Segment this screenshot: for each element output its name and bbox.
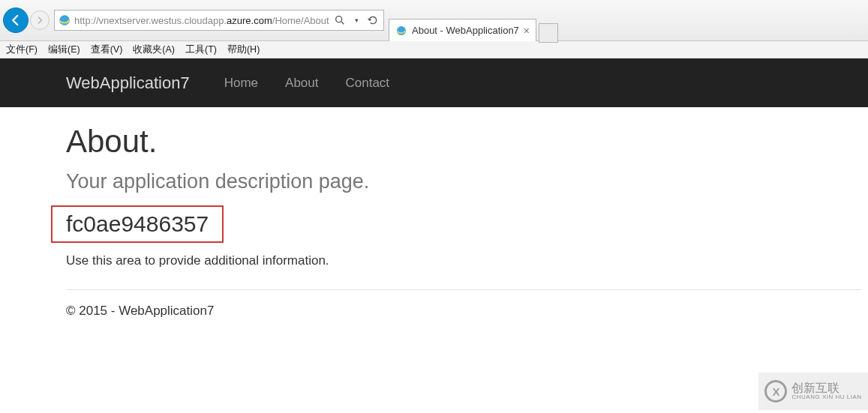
new-tab-button[interactable] [539,23,558,43]
site-navbar: WebApplication7 Home About Contact [0,58,868,107]
menu-tools[interactable]: 工具(T) [185,43,217,56]
url-prefix: http://vnextserver.westus.cloudapp. [74,15,227,26]
brand[interactable]: WebApplication7 [66,73,190,93]
address-bar[interactable]: http://vnextserver.westus.cloudapp.azure… [54,10,384,31]
refresh-icon[interactable] [367,14,379,26]
browser-toolbar: http://vnextserver.westus.cloudapp.azure… [0,0,868,41]
menu-view[interactable]: 查看(V) [91,43,123,56]
watermark-logo-icon: X [764,380,787,403]
nav-contact[interactable]: Contact [332,76,404,91]
dropdown-icon[interactable]: ▾ [350,14,362,26]
menu-file[interactable]: 文件(F) [6,43,38,56]
search-icon[interactable] [334,14,346,26]
forward-button [30,10,50,30]
watermark-text: 创新互联 CHUANG XIN HU LIAN [791,382,861,400]
highlight-box: fc0ae9486357 [51,205,224,243]
page-subtitle: Your application description page. [66,170,868,193]
url-suffix: /Home/About [272,15,329,26]
svg-point-3 [397,26,406,35]
tab-strip: About - WebApplication7 × [389,0,558,40]
tab-title: About - WebApplication7 [412,25,519,36]
instance-id: fc0ae9486357 [66,211,209,236]
menu-favorites[interactable]: 收藏夹(A) [133,43,175,56]
page-content: About. Your application description page… [0,107,868,319]
url-text: http://vnextserver.westus.cloudapp.azure… [74,15,329,26]
ie-favicon-icon [58,13,71,27]
back-button[interactable] [3,7,29,33]
arrow-right-icon [35,16,44,25]
nav-home[interactable]: Home [211,76,272,91]
svg-line-2 [341,22,344,24]
browser-tab[interactable]: About - WebApplication7 × [389,19,536,41]
ie-favicon-icon [395,25,407,37]
close-icon[interactable]: × [524,25,530,36]
url-host: azure.com [227,15,272,26]
footer-text: © 2015 - WebApplication7 [66,304,868,319]
address-controls: ▾ [329,14,383,26]
menu-edit[interactable]: 编辑(E) [48,43,80,56]
page-title: About. [66,124,868,160]
page-description: Use this area to provide additional info… [66,253,868,268]
nav-buttons [3,7,50,33]
watermark: X 创新互联 CHUANG XIN HU LIAN [758,373,868,410]
menu-help[interactable]: 帮助(H) [227,43,260,56]
svg-point-1 [336,16,342,22]
nav-about[interactable]: About [272,76,332,91]
svg-point-0 [59,15,70,25]
arrow-left-icon [9,13,23,27]
divider [66,289,861,290]
menu-bar: 文件(F) 编辑(E) 查看(V) 收藏夹(A) 工具(T) 帮助(H) [0,41,868,58]
